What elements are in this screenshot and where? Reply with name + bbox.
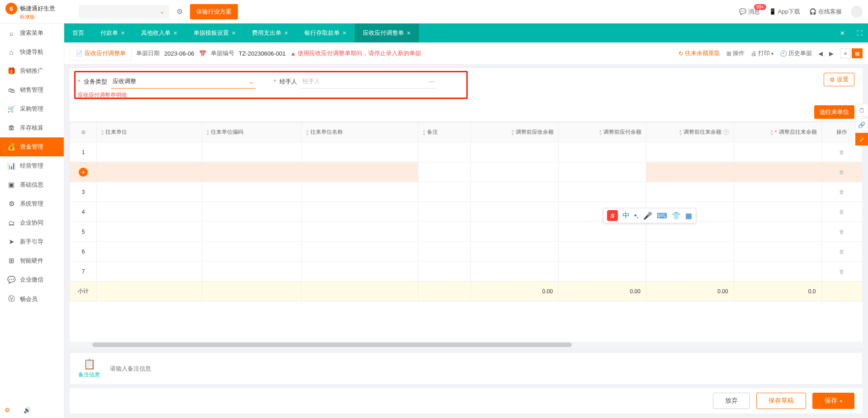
ime-skin-icon[interactable]: 👕	[672, 211, 681, 220]
cell-code[interactable]	[202, 162, 301, 182]
cell-remark[interactable]	[418, 222, 471, 242]
cell-remark[interactable]	[418, 182, 471, 202]
delete-row-icon[interactable]: 🗑	[839, 249, 844, 255]
cell-remark[interactable]	[418, 202, 471, 222]
cell-name[interactable]	[301, 242, 418, 262]
cell-unit[interactable]	[97, 142, 202, 162]
support-button[interactable]: 🎧 在线客服	[809, 8, 842, 16]
collapse-icon[interactable]: ⚙	[5, 407, 10, 413]
dock-attach-button[interactable]: 🔗	[855, 118, 868, 131]
close-all-tabs-button[interactable]: ✕	[834, 30, 851, 37]
cell-code[interactable]	[202, 262, 301, 282]
cell-name[interactable]	[301, 142, 418, 162]
cell-recv[interactable]	[471, 142, 559, 162]
table-row[interactable]: 5🗑	[70, 222, 863, 242]
cell-remark[interactable]	[418, 242, 471, 262]
biz-type-select[interactable]: 应收调整 ⌄	[111, 75, 256, 89]
discard-button[interactable]: 放弃	[713, 393, 750, 409]
gear-icon[interactable]: ⚙	[176, 7, 183, 16]
sidebar-item[interactable]: 🛍销售管理	[0, 80, 64, 99]
sort-icon[interactable]: ▴▾	[207, 129, 209, 136]
tab[interactable]: 其他收入单✕	[133, 23, 185, 42]
app-download-button[interactable]: 📱 App下载	[769, 8, 800, 16]
date-value[interactable]: 2023-06-06	[164, 50, 194, 57]
delete-row-icon[interactable]: 🗑	[839, 209, 844, 215]
select-unit-button[interactable]: 选往来单位	[814, 105, 854, 119]
sidebar-item[interactable]: ⌕搜索菜单	[0, 23, 64, 42]
cta-button[interactable]: 体验行业方案	[190, 4, 238, 19]
view-list-button[interactable]: ≡	[840, 48, 851, 58]
horizontal-scrollbar[interactable]	[70, 342, 863, 348]
cell-pay[interactable]	[559, 262, 646, 282]
cell-pay[interactable]	[559, 162, 646, 182]
table-row[interactable]: 1🗑	[70, 142, 863, 162]
sort-icon[interactable]: ▴▾	[423, 129, 425, 136]
ime-lang-button[interactable]: 中	[622, 211, 630, 221]
sidebar-item[interactable]: 💬企业微信	[0, 270, 64, 289]
tab[interactable]: 首页	[64, 23, 92, 42]
cell-name[interactable]	[301, 222, 418, 242]
fullscreen-button[interactable]: ⛶	[851, 30, 868, 37]
sidebar-item[interactable]: 🗂企业协同	[0, 213, 64, 232]
save-draft-button[interactable]: 保存草稿	[756, 393, 806, 409]
more-icon[interactable]: ⋯	[429, 78, 435, 85]
tab[interactable]: 费用支出单✕	[244, 23, 296, 42]
cell-name[interactable]	[301, 162, 418, 182]
cell-unit[interactable]	[97, 182, 202, 202]
sort-icon[interactable]: ▴▾	[306, 129, 308, 136]
cell-bal[interactable]	[646, 222, 734, 242]
tab-close-icon[interactable]: ✕	[284, 30, 288, 36]
print-dropdown[interactable]: 🖨打印▾	[751, 49, 773, 57]
messages-button[interactable]: 💬 消息 99+	[739, 8, 760, 16]
cell-code[interactable]	[202, 142, 301, 162]
cell-after[interactable]	[734, 182, 821, 202]
sort-icon[interactable]: ▴▾	[679, 129, 682, 136]
tab-close-icon[interactable]: ✕	[232, 30, 236, 36]
sidebar-item[interactable]: 🛒采购管理	[0, 99, 64, 118]
cell-pay[interactable]	[559, 222, 646, 242]
user-avatar[interactable]	[851, 6, 863, 18]
sidebar-item[interactable]: ➤新手引导	[0, 232, 64, 251]
remark-input[interactable]	[108, 362, 854, 376]
sidebar-item[interactable]: Ⓥ畅会员	[0, 289, 64, 309]
table-row[interactable]: 4🗑	[70, 202, 863, 222]
cell-code[interactable]	[202, 222, 301, 242]
sidebar-item[interactable]: 💰资金管理	[0, 137, 64, 156]
cell-unit[interactable]	[97, 262, 202, 282]
cell-unit[interactable]	[97, 202, 202, 222]
cell-unit[interactable]	[97, 242, 202, 262]
tab-close-icon[interactable]: ✕	[342, 30, 346, 36]
sound-icon[interactable]: 🔊	[24, 407, 31, 413]
cell-bal[interactable]	[646, 162, 734, 182]
doc-type-tab[interactable]: 📄 应收应付调整单	[70, 46, 132, 61]
cell-name[interactable]	[301, 202, 418, 222]
delete-row-icon[interactable]: 🗑	[839, 229, 844, 235]
config-icon[interactable]: ⚙	[81, 129, 86, 136]
ime-punct-icon[interactable]: •,	[634, 211, 639, 220]
cell-recv[interactable]	[471, 262, 559, 282]
tab[interactable]: 银行存取款单✕	[296, 23, 355, 42]
sort-icon[interactable]: ▴▾	[599, 129, 602, 136]
cell-code[interactable]	[202, 202, 301, 222]
cell-name[interactable]	[301, 182, 418, 202]
cell-bal[interactable]	[646, 182, 734, 202]
delete-row-icon[interactable]: 🗑	[839, 189, 844, 195]
table-row[interactable]: +🗑	[70, 162, 863, 182]
sidebar-item[interactable]: 🏚库存核算	[0, 118, 64, 137]
sort-icon[interactable]: ▴▾	[101, 129, 104, 136]
org-dropdown[interactable]: ⌄	[79, 5, 169, 19]
delete-row-icon[interactable]: 🗑	[839, 268, 844, 275]
dock-expand-button[interactable]: ⤢	[855, 133, 868, 146]
tab-close-icon[interactable]: ✕	[121, 30, 125, 36]
refetch-balance-button[interactable]: ↻往来余额重取	[678, 49, 720, 57]
cell-remark[interactable]	[418, 262, 471, 282]
table-row[interactable]: 6🗑	[70, 242, 863, 262]
table-row[interactable]: 7🗑	[70, 262, 863, 282]
add-row-button[interactable]: +	[79, 168, 88, 177]
settings-button[interactable]: ⚙ 设置	[824, 73, 854, 86]
table-row[interactable]: 3🗑	[70, 182, 863, 202]
cell-code[interactable]	[202, 242, 301, 262]
cell-recv[interactable]	[471, 162, 559, 182]
sidebar-item[interactable]: ⌂快捷导航	[0, 42, 64, 61]
tab-close-icon[interactable]: ✕	[407, 30, 411, 36]
